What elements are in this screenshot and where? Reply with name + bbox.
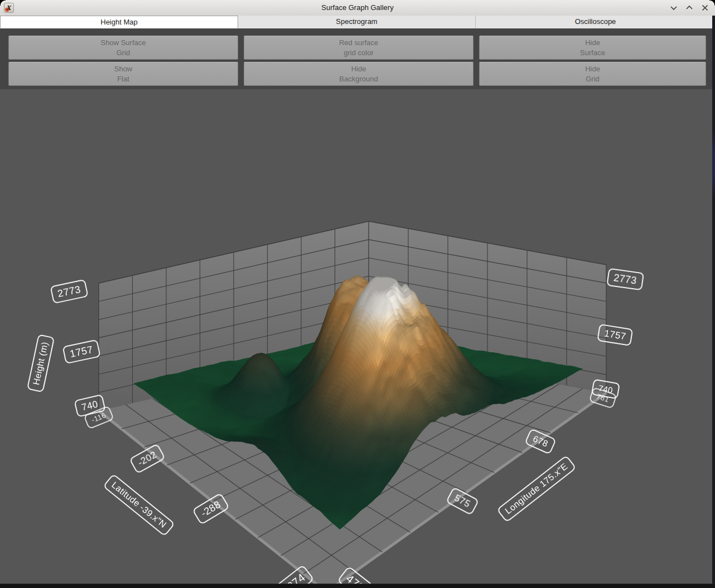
show-surface-grid-button[interactable]: Show Surface Grid	[8, 36, 238, 60]
button-label: Show	[9, 64, 238, 74]
close-button[interactable]	[700, 3, 709, 12]
chevron-down-icon	[669, 3, 678, 12]
window-right-border	[712, 16, 715, 588]
button-label: Background	[244, 74, 473, 84]
hide-background-button[interactable]: Hide Background	[244, 62, 474, 86]
button-label: grid color	[244, 48, 473, 58]
button-label: Show Surface	[9, 38, 238, 48]
window-bottom-border	[0, 584, 715, 588]
hide-grid-button[interactable]: Hide Grid	[479, 62, 706, 86]
tab-height-map[interactable]: Height Map	[0, 16, 238, 28]
tab-spectrogram[interactable]: Spectrogram	[238, 16, 476, 28]
window-corner	[0, 0, 6, 6]
button-label: Flat	[9, 74, 238, 84]
chevron-up-icon	[685, 3, 694, 12]
minimize-button[interactable]	[669, 3, 678, 12]
button-label: Hide	[480, 38, 706, 48]
button-label: Hide	[480, 64, 706, 74]
window-corner	[709, 0, 715, 6]
app-window: X Surface Graph Gallery Height Map Spect…	[0, 0, 715, 588]
button-label: Grid	[9, 48, 238, 58]
tab-bar: Height Map Spectrogram Oscilloscope	[0, 16, 715, 28]
show-flat-button[interactable]: Show Flat	[8, 62, 238, 86]
button-label: Grid	[480, 74, 706, 84]
close-icon	[700, 3, 709, 12]
hide-surface-button[interactable]: Hide Surface	[479, 36, 706, 60]
window-title: Surface Graph Gallery	[0, 0, 715, 16]
button-label: Red surface	[244, 38, 473, 48]
titlebar: X Surface Graph Gallery	[0, 0, 715, 16]
surface-plot-area: 27731757-116740Height (m)-202-288-374Lat…	[0, 89, 712, 584]
button-label: Surface	[480, 48, 706, 58]
tab-oscilloscope[interactable]: Oscilloscope	[476, 16, 715, 28]
button-label: Hide	[244, 64, 473, 74]
maximize-button[interactable]	[685, 3, 694, 12]
toolbar: Show Surface Grid Red surface grid color…	[0, 28, 715, 89]
red-surface-grid-color-button[interactable]: Red surface grid color	[244, 36, 474, 60]
